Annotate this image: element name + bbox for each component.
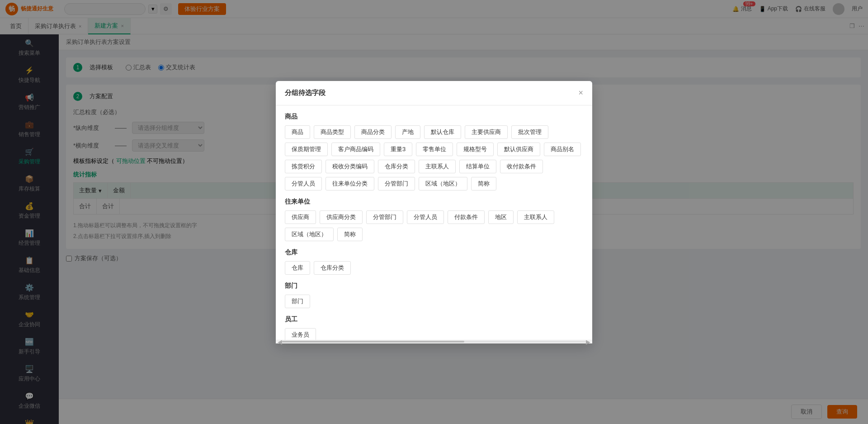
field-chip-1-2[interactable]: 分管部门 [366, 210, 403, 224]
field-chip-2-1[interactable]: 仓库分类 [314, 261, 351, 275]
modal-section-chips-0: 商品商品类型商品分类产地默认仓库主要供应商批次管理保质期管理客户商品编码重量3零… [285, 125, 583, 191]
field-chip-0-24[interactable]: 简称 [471, 177, 496, 191]
modal-section-chips-1: 供应商供应商分类分管部门分管人员付款条件地区主联系人区域（地区）简称 [285, 210, 583, 241]
field-chip-0-9[interactable]: 重量3 [384, 143, 412, 156]
field-chip-0-7[interactable]: 保质期管理 [285, 143, 328, 156]
field-chip-1-3[interactable]: 分管人员 [407, 210, 444, 224]
hscroll-track [282, 341, 586, 343]
modal-section-title-1: 往来单位 [285, 198, 583, 206]
field-chip-2-0[interactable]: 仓库 [285, 261, 310, 275]
field-chip-0-15[interactable]: 税收分类编码 [326, 160, 374, 173]
field-chip-0-2[interactable]: 商品分类 [354, 125, 392, 139]
field-chip-0-23[interactable]: 区域（地区） [419, 177, 467, 191]
field-chip-0-12[interactable]: 默认供应商 [497, 143, 540, 156]
field-chip-1-6[interactable]: 主联系人 [517, 210, 554, 224]
modal-dialog: 分组待选字段 × 商品商品商品类型商品分类产地默认仓库主要供应商批次管理保质期管… [276, 81, 592, 343]
modal-section-title-4: 员工 [285, 315, 583, 324]
modal-overlay[interactable]: 分组待选字段 × 商品商品商品类型商品分类产地默认仓库主要供应商批次管理保质期管… [0, 0, 868, 424]
field-chip-0-4[interactable]: 默认仓库 [424, 125, 461, 139]
field-chip-1-4[interactable]: 付款条件 [448, 210, 485, 224]
modal-body[interactable]: 商品商品商品类型商品分类产地默认仓库主要供应商批次管理保质期管理客户商品编码重量… [276, 105, 592, 340]
field-chip-4-0[interactable]: 业务员 [285, 328, 316, 340]
hscroll-left-arrow[interactable]: ◀ [278, 338, 282, 345]
field-chip-0-20[interactable]: 分管人员 [285, 177, 322, 191]
field-chip-0-8[interactable]: 客户商品编码 [331, 143, 380, 156]
modal-section-title-2: 仓库 [285, 248, 583, 257]
field-chip-0-10[interactable]: 零售单位 [416, 143, 453, 156]
field-chip-0-19[interactable]: 收付款条件 [500, 160, 543, 173]
field-chip-0-18[interactable]: 结算单位 [459, 160, 496, 173]
hscroll-right-arrow[interactable]: ▶ [586, 338, 590, 345]
field-chip-0-5[interactable]: 主要供应商 [465, 125, 508, 139]
modal-title: 分组待选字段 [285, 89, 326, 97]
field-chip-3-0[interactable]: 部门 [285, 295, 310, 308]
field-chip-0-11[interactable]: 规格型号 [457, 143, 494, 156]
field-chip-1-7[interactable]: 区域（地区） [285, 228, 334, 241]
modal-close-icon[interactable]: × [578, 88, 583, 98]
field-chip-1-8[interactable]: 简称 [337, 228, 363, 241]
field-chip-0-3[interactable]: 产地 [395, 125, 420, 139]
hscroll-thumb [282, 341, 464, 343]
field-chip-0-17[interactable]: 主联系人 [419, 160, 456, 173]
modal-section-chips-2: 仓库仓库分类 [285, 261, 583, 275]
modal-section-chips-4: 业务员 [285, 328, 583, 340]
modal-section-title-3: 部门 [285, 282, 583, 290]
field-chip-0-21[interactable]: 往来单位分类 [326, 177, 374, 191]
field-chip-1-0[interactable]: 供应商 [285, 210, 316, 224]
modal-section-title-0: 商品 [285, 113, 583, 121]
modal-header: 分组待选字段 × [276, 81, 592, 105]
field-chip-0-13[interactable]: 商品别名 [544, 143, 581, 156]
field-chip-1-5[interactable]: 地区 [488, 210, 514, 224]
field-chip-0-0[interactable]: 商品 [285, 125, 310, 139]
field-chip-0-6[interactable]: 批次管理 [511, 125, 548, 139]
field-chip-0-1[interactable]: 商品类型 [314, 125, 351, 139]
field-chip-0-16[interactable]: 仓库分类 [378, 160, 415, 173]
field-chip-0-22[interactable]: 分管部门 [378, 177, 415, 191]
field-chip-1-1[interactable]: 供应商分类 [320, 210, 363, 224]
modal-horizontal-scrollbar[interactable]: ◀ ▶ [276, 340, 592, 343]
modal-section-chips-3: 部门 [285, 295, 583, 308]
field-chip-0-14[interactable]: 拣货积分 [285, 160, 322, 173]
